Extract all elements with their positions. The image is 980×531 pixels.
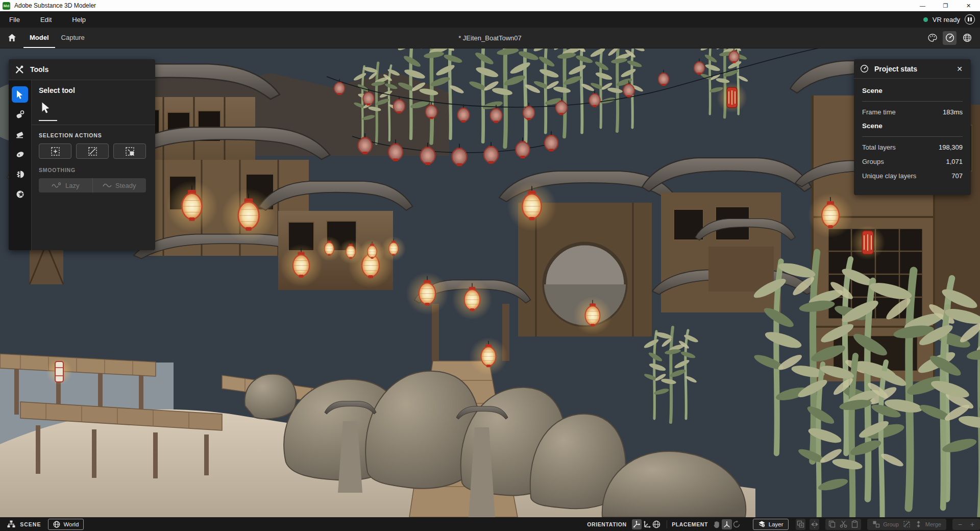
duplicate-icon — [797, 520, 804, 528]
hand-icon — [713, 520, 721, 528]
eraser-icon — [16, 130, 24, 139]
copy-icon — [828, 520, 836, 528]
divider — [862, 101, 963, 102]
scissors-icon — [840, 520, 847, 528]
minimize-button[interactable]: — — [911, 0, 934, 11]
stat-value: 1,071 — [946, 158, 963, 165]
active-variant-underline — [39, 120, 57, 121]
scene-tree-icon — [7, 520, 15, 528]
project-stats-button[interactable] — [943, 31, 957, 45]
layer-mode-button[interactable]: 0 Layer — [753, 519, 789, 530]
placement-hand-button[interactable] — [712, 519, 722, 529]
stat-row-frame-time: Frame time 183ms — [862, 108, 963, 116]
stamp-tool-button[interactable] — [12, 186, 28, 202]
orientation-axis-button[interactable] — [642, 519, 651, 529]
tab-model[interactable]: Model — [23, 28, 55, 48]
globe-icon — [652, 520, 660, 528]
copy-button[interactable] — [828, 520, 836, 528]
scene-label: SCENE — [20, 521, 41, 527]
pause-icon[interactable] — [965, 14, 975, 25]
smooth-tool-button[interactable] — [12, 146, 28, 162]
stat-label: Frame time — [862, 108, 896, 116]
stat-value: 707 — [951, 172, 963, 180]
home-icon — [8, 34, 16, 42]
orientation-move-button[interactable] — [632, 519, 642, 529]
select-tool-button[interactable] — [12, 86, 28, 103]
globe-icon — [963, 33, 972, 42]
stat-value: 183ms — [943, 108, 963, 116]
environment-button[interactable] — [960, 31, 974, 45]
home-button[interactable] — [0, 28, 23, 48]
close-button[interactable]: ✕ — [957, 0, 980, 11]
stat-value: 198,309 — [939, 143, 963, 151]
cursor-icon — [41, 102, 51, 114]
merge-button-label: Merge — [925, 521, 941, 527]
app-icon: Md — [3, 2, 10, 10]
invert-selection-button[interactable] — [113, 143, 146, 159]
stats-section2-heading: Scene — [862, 122, 963, 130]
paste-button[interactable] — [851, 520, 858, 528]
group-button-label: Group — [883, 521, 899, 527]
duplicate-button[interactable] — [796, 519, 805, 530]
paint-icon — [16, 170, 24, 179]
select-tool-preview — [41, 102, 148, 116]
close-stats-icon[interactable]: ✕ — [954, 65, 965, 73]
stats-section1-heading: Scene — [862, 87, 963, 94]
document-title: * JEiten_BoatTown07 — [0, 34, 980, 42]
menu-edit[interactable]: Edit — [33, 16, 59, 23]
deselect-icon — [88, 147, 97, 156]
lazy-label: Lazy — [65, 182, 79, 189]
layer-button-label: Layer — [769, 521, 783, 527]
tools-panel-title: Tools — [30, 65, 48, 74]
cut-button[interactable] — [840, 520, 847, 528]
paint-tool-button[interactable] — [12, 166, 28, 182]
clay-tool-button[interactable] — [12, 106, 28, 123]
ungroup-button[interactable] — [903, 520, 911, 528]
layers-icon: 0 — [758, 520, 766, 528]
merge-button[interactable]: Merge — [915, 520, 941, 528]
status-bar: SCENE World ORIENTATION PLACEMENT — [0, 517, 980, 531]
select-add-icon — [51, 147, 60, 156]
divider — [667, 520, 667, 528]
cursor-icon — [16, 90, 24, 99]
title-bar: Md Adobe Substance 3D Modeler — ❐ ✕ — [0, 0, 980, 11]
smoothing-lazy-button[interactable]: Lazy — [39, 178, 92, 192]
material-palette-button[interactable] — [925, 31, 939, 45]
window-title: Adobe Substance 3D Modeler — [14, 2, 96, 9]
menu-file[interactable]: File — [2, 16, 27, 23]
clay-icon — [16, 110, 24, 119]
placement-label: PLACEMENT — [672, 521, 708, 527]
menu-help[interactable]: Help — [65, 16, 93, 23]
stat-row-groups: Groups 1,071 — [862, 158, 963, 165]
eraser-tool-button[interactable] — [12, 126, 28, 142]
selection-actions-label: SELECTION ACTIONS — [39, 132, 148, 138]
lazy-smoothing-icon — [52, 182, 62, 188]
steady-label: Steady — [115, 182, 136, 189]
tripod-gizmo-icon — [723, 520, 731, 528]
smoothing-segmented-control: Lazy Steady — [39, 178, 146, 192]
globe-icon — [53, 521, 60, 528]
group-button[interactable]: Group — [872, 520, 899, 528]
select-tool-label: Select tool — [39, 86, 148, 94]
smoothing-steady-button[interactable]: Steady — [92, 178, 146, 192]
smooth-icon — [16, 150, 24, 159]
menu-bar: File Edit Help VR ready — [0, 11, 980, 28]
vr-status-dot — [923, 17, 928, 22]
project-stats-panel: Project stats ✕ Scene Frame time 183ms S… — [854, 59, 971, 195]
world-button[interactable]: World — [48, 519, 84, 530]
mirror-button[interactable] — [810, 519, 819, 530]
placement-rotate-button[interactable] — [732, 519, 742, 529]
smoothing-label: SMOOTHING — [39, 167, 148, 173]
orientation-world-button[interactable] — [651, 519, 661, 529]
decrease-button[interactable]: − — [954, 520, 966, 528]
clipboard-icon — [851, 520, 858, 528]
placement-snap-button[interactable] — [722, 519, 731, 529]
tab-capture[interactable]: Capture — [55, 28, 91, 48]
select-all-button[interactable] — [39, 143, 71, 159]
deselect-button[interactable] — [76, 143, 109, 159]
group-icon — [872, 520, 880, 528]
restore-button[interactable]: ❐ — [934, 0, 957, 11]
tools-panel: Tools — [9, 59, 155, 250]
mirror-icon — [811, 521, 819, 528]
increase-button[interactable]: + — [967, 520, 978, 528]
